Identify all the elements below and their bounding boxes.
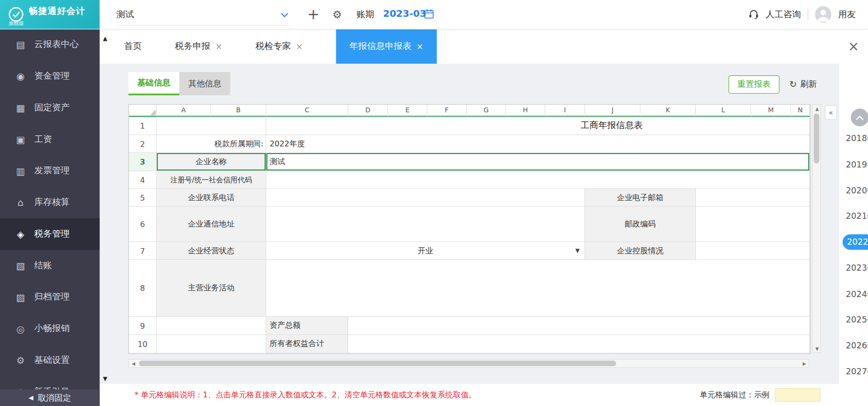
year-item[interactable]: 2023年 (846, 261, 868, 276)
sidebar-item-archive-management[interactable]: ▨ 归档管理 (0, 281, 100, 313)
row-header[interactable]: 7 (129, 242, 157, 260)
refresh-button[interactable]: ↻ 刷新 (789, 76, 817, 92)
row-header[interactable]: 4 (129, 171, 157, 189)
column-header[interactable]: H (506, 105, 545, 117)
column-header[interactable]: A (157, 105, 211, 117)
cell-reg-code-value[interactable] (266, 171, 810, 189)
avatar[interactable] (815, 6, 832, 23)
year-item[interactable]: 2026年 (846, 338, 868, 353)
row-header[interactable]: 5 (129, 189, 157, 207)
cell-email-label[interactable]: 企业电子邮箱 (585, 189, 696, 207)
cell-status-label[interactable]: 企业经营状态 (157, 242, 267, 260)
scroll-top-button[interactable] (851, 108, 868, 126)
year-item[interactable]: 2018年 (846, 131, 868, 146)
select-all-corner[interactable] (129, 105, 157, 117)
tab-annual-report-form[interactable]: 年报信息申报表 × (336, 29, 437, 64)
sidebar-item-closing[interactable]: ▧ 结账 (0, 250, 100, 282)
sidebar-item-funds-management[interactable]: ◉ 资金管理 (0, 60, 100, 92)
cell-status-value[interactable]: 开业 ▼ (266, 242, 585, 260)
sidebar-item-tax-management[interactable]: ◈ 税务管理 (0, 218, 100, 250)
row-header[interactable]: 1 (129, 117, 157, 135)
year-item[interactable]: 2025年 (846, 312, 868, 327)
reset-report-button[interactable]: 重置报表 (728, 75, 779, 94)
column-header[interactable]: F (427, 105, 467, 117)
horizontal-scrollbar[interactable]: ◀ ▶ (129, 359, 809, 368)
subtab-other-info[interactable]: 其他信息 (179, 72, 230, 95)
row-header[interactable]: 2 (129, 135, 157, 153)
row-header[interactable]: 6 (129, 207, 157, 242)
sidebar-item-basic-settings[interactable]: ⚙ 基础设置 (0, 345, 100, 376)
cell-phone-value[interactable] (266, 189, 585, 207)
scroll-right-icon[interactable]: ▶ (800, 359, 809, 367)
year-item[interactable]: 2024年 (846, 287, 868, 302)
year-item-active[interactable]: 2022年 (843, 234, 868, 250)
cell-reg-code-label[interactable]: 注册号/统一社会信用代码 (157, 171, 267, 189)
tab-tax-expert[interactable]: 税检专家 × (256, 29, 303, 64)
row-header[interactable]: 9 (129, 317, 157, 335)
cell-holding-label[interactable]: 企业控股情况 (585, 242, 696, 260)
cell-period-value[interactable]: 2022年度 (266, 135, 810, 153)
tab-close-icon[interactable]: × (416, 41, 423, 51)
vertical-scrollbar[interactable]: ▲ ▼ (812, 104, 821, 353)
cell-report-title[interactable]: 工商年报信息表 (266, 117, 810, 135)
app-logo[interactable]: 畅捷通好会计 旗舰版 (0, 0, 100, 29)
cell[interactable] (157, 335, 267, 353)
support-link[interactable]: 人工咨询 (765, 9, 801, 20)
column-header[interactable]: M (751, 105, 791, 117)
column-header[interactable]: D (348, 105, 388, 117)
cell-postcode-label[interactable]: 邮政编码 (585, 207, 696, 242)
subtab-basic-info[interactable]: 基础信息 (129, 72, 179, 95)
year-item[interactable]: 2019年 (846, 157, 868, 172)
tab-close-icon[interactable]: × (215, 41, 223, 51)
username[interactable]: 用友 (838, 9, 856, 20)
row-header[interactable]: 8 (129, 260, 157, 317)
column-header[interactable]: N (791, 105, 810, 117)
year-item[interactable]: 2021年 (846, 208, 868, 224)
cell-business-value[interactable] (266, 260, 810, 317)
column-header[interactable]: K (641, 105, 696, 117)
cell-assets-value[interactable] (348, 317, 810, 335)
period-value[interactable]: 2023-03 (383, 8, 426, 19)
tab-tax-filing[interactable]: 税务申报 × (175, 29, 223, 64)
column-header[interactable]: G (467, 105, 506, 117)
add-account-button[interactable]: + (305, 4, 322, 24)
unpin-sidebar-button[interactable]: ◀ 取消固定 (0, 390, 100, 406)
year-item[interactable]: 2027年 (846, 364, 868, 379)
cell-assets-label[interactable]: 资产总额 (266, 317, 348, 335)
column-header[interactable]: C (266, 105, 348, 117)
cell[interactable] (157, 317, 267, 335)
horizontal-scroll-thumb[interactable] (139, 360, 616, 366)
sidebar-scroll-down-icon[interactable]: ▼ (101, 374, 109, 382)
row-header[interactable]: 3 (129, 153, 157, 171)
column-header[interactable]: L (696, 105, 751, 117)
close-page-icon[interactable]: × (848, 40, 859, 53)
scroll-left-icon[interactable]: ◀ (129, 359, 138, 367)
cell-period-label[interactable]: 税款所属期间: (157, 135, 267, 153)
cell-equity-value[interactable] (348, 335, 810, 353)
column-header[interactable]: I (545, 105, 585, 117)
sidebar-item-invoice-management[interactable]: ▥ 发票管理 (0, 155, 100, 187)
cell[interactable] (157, 117, 267, 135)
column-header[interactable]: B (211, 105, 266, 117)
sidebar-item-xiaochang-expense[interactable]: ◎ 小畅报销 (0, 313, 100, 345)
column-header[interactable]: E (388, 105, 427, 117)
row-header[interactable]: 10 (129, 335, 157, 353)
vertical-scroll-thumb[interactable] (814, 114, 820, 164)
cell-email-value[interactable] (696, 189, 810, 207)
account-selector[interactable]: 测试 (116, 4, 289, 25)
sidebar-scroll-up-icon[interactable]: ▲ (101, 35, 109, 42)
year-item[interactable]: 2020年 (846, 183, 868, 198)
tab-home[interactable]: 首页 (124, 29, 142, 64)
dropdown-arrow-icon[interactable]: ▼ (575, 248, 580, 254)
cell-address-label[interactable]: 企业通信地址 (157, 207, 267, 242)
sidebar-item-fixed-assets[interactable]: ▦ 固定资产 (0, 92, 100, 124)
calendar-icon[interactable] (424, 9, 434, 19)
tab-close-icon[interactable]: × (296, 41, 303, 51)
scroll-up-icon[interactable]: ▲ (813, 105, 821, 112)
sidebar-item-salary[interactable]: ▣ 工资 (0, 123, 100, 155)
sidebar-item-cloud-report-center[interactable]: ▤ 云报表中心 (0, 29, 100, 60)
cell-holding-value[interactable] (696, 242, 810, 260)
cell-postcode-value[interactable] (696, 207, 810, 242)
column-header[interactable]: J (585, 105, 640, 117)
cell-equity-label[interactable]: 所有者权益合计 (266, 335, 348, 353)
